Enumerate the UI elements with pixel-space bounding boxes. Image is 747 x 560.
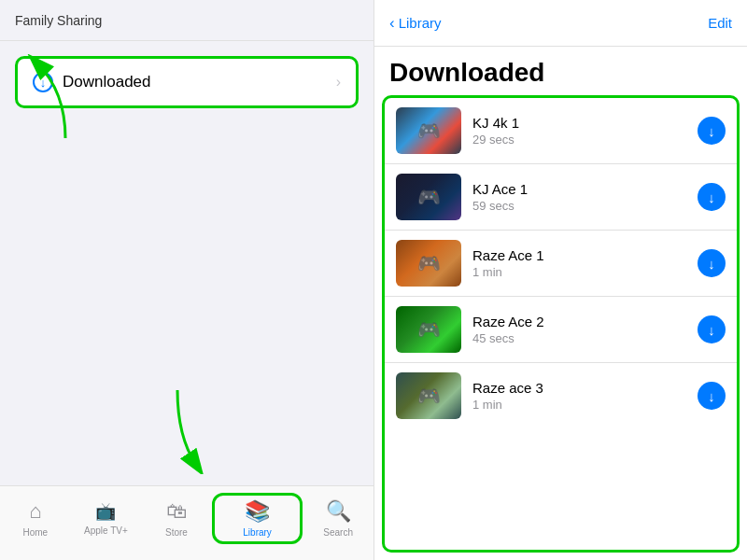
- video-duration: 29 secs: [472, 133, 686, 147]
- left-panel: Family Sharing ↓ Downloaded ›: [0, 0, 374, 560]
- video-info: Raze ace 3 1 min: [472, 380, 686, 412]
- video-duration: 45 secs: [472, 331, 686, 345]
- video-info: Raze Ace 1 1 min: [472, 247, 686, 279]
- video-info: KJ Ace 1 59 secs: [472, 181, 686, 213]
- arrow-up-indicator: [9, 54, 84, 151]
- video-thumbnail: 🎮: [396, 174, 461, 220]
- chevron-right-icon: ›: [336, 74, 341, 91]
- nav-item-library[interactable]: 📚 Library: [212, 493, 303, 544]
- video-title: Raze Ace 1: [472, 247, 686, 263]
- video-list-item[interactable]: 🎮 Raze Ace 1 1 min ↓: [385, 231, 737, 297]
- nav-item-store[interactable]: 🛍 Store: [141, 499, 212, 538]
- video-duration: 1 min: [472, 398, 686, 412]
- search-icon: 🔍: [326, 499, 351, 524]
- download-button[interactable]: ↓: [698, 315, 726, 343]
- video-thumbnail: 🎮: [396, 107, 461, 154]
- nav-item-search[interactable]: 🔍 Search: [303, 499, 374, 538]
- video-thumbnail: 🎮: [396, 306, 461, 353]
- right-header: ‹ Library Edit: [374, 0, 747, 47]
- store-icon: 🛍: [166, 499, 187, 524]
- arrow-down-indicator: [159, 381, 233, 478]
- game-icon: 🎮: [417, 119, 441, 142]
- video-list-item[interactable]: 🎮 Raze ace 3 1 min ↓: [385, 363, 737, 428]
- nav-home-label: Home: [22, 527, 48, 538]
- right-panel-title: Downloaded: [374, 47, 747, 95]
- appletv-icon: 📺: [95, 501, 116, 522]
- video-thumbnail: 🎮: [396, 372, 461, 419]
- top-bar: Family Sharing: [0, 0, 374, 41]
- edit-button[interactable]: Edit: [708, 15, 732, 31]
- download-button[interactable]: ↓: [698, 183, 726, 211]
- back-button[interactable]: ‹ Library: [389, 14, 442, 33]
- video-list-item[interactable]: 🎮 Raze Ace 2 45 secs ↓: [385, 297, 737, 363]
- nav-search-label: Search: [323, 527, 353, 538]
- bottom-nav: ⌂ Home 📺 Apple TV+ 🛍 Store 📚 Library 🔍 S…: [0, 485, 374, 560]
- nav-appletv-label: Apple TV+: [84, 525, 128, 536]
- download-button[interactable]: ↓: [698, 249, 726, 277]
- video-list: 🎮 KJ 4k 1 29 secs ↓ 🎮 KJ Ace 1 59 secs ↓…: [382, 95, 740, 553]
- video-duration: 59 secs: [472, 199, 686, 213]
- video-thumbnail: 🎮: [396, 240, 461, 287]
- video-info: Raze Ace 2 45 secs: [472, 314, 686, 345]
- right-panel: ‹ Library Edit Downloaded 🎮 KJ 4k 1 29 s…: [374, 0, 747, 560]
- game-icon: 🎮: [417, 252, 441, 274]
- video-title: Raze Ace 2: [472, 314, 686, 329]
- nav-item-home[interactable]: ⌂ Home: [0, 499, 71, 538]
- nav-library-label: Library: [243, 527, 272, 538]
- video-list-item[interactable]: 🎮 KJ 4k 1 29 secs ↓: [385, 98, 737, 164]
- video-duration: 1 min: [472, 265, 686, 279]
- family-sharing-title: Family Sharing: [15, 13, 102, 28]
- back-label: Library: [399, 15, 442, 31]
- game-icon: 🎮: [417, 385, 441, 407]
- video-title: KJ Ace 1: [472, 181, 686, 197]
- library-icon: 📚: [245, 499, 270, 524]
- video-info: KJ 4k 1 29 secs: [472, 115, 686, 147]
- back-chevron-icon: ‹: [389, 14, 395, 33]
- download-button[interactable]: ↓: [698, 382, 726, 410]
- download-button[interactable]: ↓: [698, 117, 726, 145]
- video-title: Raze ace 3: [472, 380, 686, 396]
- video-title: KJ 4k 1: [472, 115, 686, 131]
- home-icon: ⌂: [29, 499, 41, 524]
- video-list-item[interactable]: 🎮 KJ Ace 1 59 secs ↓: [385, 164, 737, 231]
- game-icon: 🎮: [417, 186, 441, 208]
- nav-item-appletv[interactable]: 📺 Apple TV+: [71, 501, 142, 536]
- nav-store-label: Store: [165, 527, 188, 538]
- game-icon: 🎮: [417, 318, 441, 341]
